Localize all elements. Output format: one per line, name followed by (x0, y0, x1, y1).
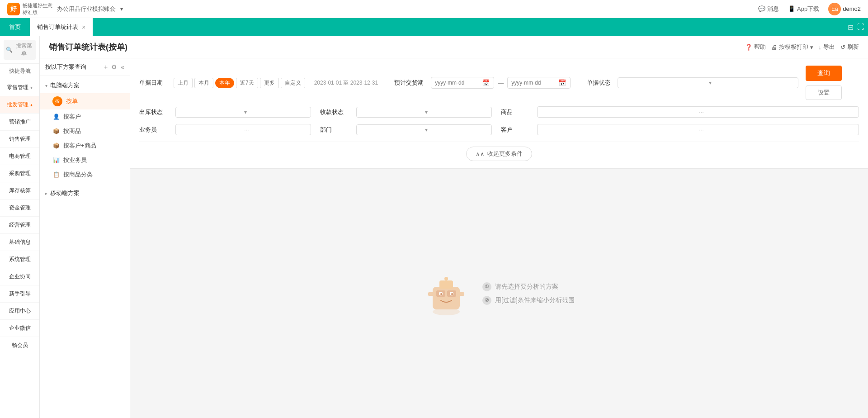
product-label: 商品 (501, 108, 528, 116)
sidebar-item-wechat[interactable]: 企业微信 (0, 320, 39, 337)
tab-minimize-btn[interactable]: ⊟ (848, 23, 854, 32)
app-download-btn[interactable]: 📱 App下载 (788, 5, 819, 13)
left-panel: 按以下方案查询 + ⚙ « ▾ 电脑端方案 按 按单 (40, 58, 130, 418)
svg-point-6 (440, 293, 442, 295)
add-scheme-btn[interactable]: + (104, 63, 108, 71)
date-btn-this-year[interactable]: 本年 (215, 78, 234, 88)
nav-item-by-product[interactable]: 📦 按商品 (40, 124, 130, 138)
status-select[interactable]: ▾ (618, 77, 798, 88)
sidebar-item-basic-info[interactable]: 基础信息 (0, 234, 39, 251)
settings-scheme-btn[interactable]: ⚙ (111, 63, 117, 71)
collapse-panel-btn[interactable]: « (121, 63, 124, 71)
filter-panel: 单据日期 上月 本月 本年 近7天 更多 自定义 2023-01-01 至 20… (130, 58, 868, 169)
main-layout: 🔍 搜索菜单 快捷导航 零售管理 ▾ 批发管理 ▴ 营销推广 销售管理 电商管理… (0, 36, 868, 418)
calendar-end-icon[interactable]: 📅 (558, 79, 566, 86)
sidebar-item-member[interactable]: 畅会员 (0, 337, 39, 354)
nav-group-desktop-header[interactable]: ▾ 电脑端方案 (40, 78, 130, 93)
nav-item-by-customer[interactable]: 👤 按客户 (40, 109, 130, 124)
date-btn-this-month[interactable]: 本月 (194, 78, 213, 88)
empty-hint-2: ② 用[过滤]条件来缩小分析范围 (482, 296, 575, 305)
chevron-up-icon: ▴ (30, 102, 33, 107)
tab-close-btn[interactable]: × (82, 24, 85, 31)
tab-active[interactable]: 销售订单统计表 × (30, 18, 93, 36)
salesperson-select[interactable]: ··· (175, 124, 311, 135)
sidebar-item-sales[interactable]: 销售管理 (0, 131, 39, 148)
export-btn[interactable]: ↓ 导出 (819, 43, 835, 51)
refresh-btn[interactable]: ↺ 刷新 (840, 43, 859, 51)
delivery-date-label: 预计交货期 (394, 79, 424, 87)
sidebar-item-guide[interactable]: 新手引导 (0, 285, 39, 303)
top-bar-title: 办公用品行业模拟账套 (57, 5, 116, 13)
sidebar-item-wholesale[interactable]: 批发管理 ▴ (0, 96, 39, 114)
calendar-start-icon[interactable]: 📅 (482, 79, 490, 86)
tab-bar-actions: ⊟ ⛶ (848, 18, 868, 36)
messages-btn[interactable]: 💬 消息 (758, 5, 779, 13)
date-btn-last-7-days[interactable]: 近7天 (236, 78, 258, 88)
by-customer-product-icon: 📦 (52, 142, 60, 149)
right-main: 销售订单统计表(按单) ❓ 帮助 🖨 按模板打印 ▾ ↓ 导出 ↺ 刷新 (40, 36, 868, 418)
sidebar-quick-nav[interactable]: 快捷导航 (0, 64, 39, 79)
filter-results-area: 单据日期 上月 本月 本年 近7天 更多 自定义 2023-01-01 至 20… (130, 58, 868, 418)
sidebar-item-system[interactable]: 系统管理 (0, 251, 39, 268)
nav-item-by-category[interactable]: 📋 按商品分类 (40, 167, 130, 182)
sidebar-item-inventory[interactable]: 库存核算 (0, 182, 39, 200)
department-select[interactable]: ▾ (356, 124, 492, 135)
nav-item-by-salesperson[interactable]: 📊 按业务员 (40, 153, 130, 167)
content-wrapper: 按以下方案查询 + ⚙ « ▾ 电脑端方案 按 按单 (40, 58, 868, 418)
search-menu-btn[interactable]: 🔍 搜索菜单 (4, 40, 36, 60)
sidebar-item-purchase[interactable]: 采购管理 (0, 165, 39, 182)
date-btn-last-month[interactable]: 上月 (174, 78, 193, 88)
delivery-date-start-input[interactable] (435, 80, 480, 86)
payment-chevron-icon: ▾ (425, 109, 487, 115)
collapse-conditions-btn[interactable]: ∧∧ 收起更多条件 (466, 147, 532, 161)
product-select[interactable]: ··· (537, 106, 859, 118)
date-range-display: 2023-01-01 至 2023-12-31 (314, 79, 378, 87)
empty-state: ① 请先选择要分析的方案 ② 用[过滤]条件来缩小分析范围 (424, 269, 575, 318)
customer-ellipsis: ··· (699, 126, 854, 133)
tab-expand-btn[interactable]: ⛶ (857, 23, 864, 31)
department-chevron-icon: ▾ (425, 127, 487, 133)
sidebar-item-app-center[interactable]: 应用中心 (0, 303, 39, 320)
sidebar-item-ecommerce[interactable]: 电商管理 (0, 148, 39, 165)
print-chevron-icon: ▾ (810, 44, 813, 51)
sidebar-item-retail[interactable]: 零售管理 ▾ (0, 79, 39, 96)
status-chevron-icon: ▾ (709, 80, 793, 86)
svg-rect-10 (428, 292, 434, 296)
sidebar-search: 🔍 搜索菜单 (0, 36, 39, 64)
dropdown-icon[interactable]: ▾ (120, 6, 123, 12)
left-panel-header: 按以下方案查询 + ⚙ « (40, 58, 130, 76)
sidebar-item-collab[interactable]: 企业协同 (0, 268, 39, 285)
page-title: 销售订单统计表(按单) (49, 42, 127, 52)
empty-illustration (424, 269, 469, 318)
user-name: demo2 (843, 5, 861, 12)
nav-item-by-order[interactable]: 按 按单 (40, 93, 130, 109)
by-salesperson-icon: 📊 (52, 157, 60, 164)
shipment-select[interactable]: ▾ (175, 107, 311, 118)
chevron-down-icon: ▾ (30, 85, 33, 90)
tab-bar: 首页 销售订单统计表 × ⊟ ⛶ (0, 18, 868, 36)
date-btn-custom[interactable]: 自定义 (281, 78, 305, 88)
delivery-date-inputs: 📅 — 📅 (431, 77, 571, 89)
sidebar-item-finance[interactable]: 资金管理 (0, 200, 39, 217)
settings-btn[interactable]: 设置 (806, 86, 842, 100)
payment-label: 收款状态 (320, 108, 347, 116)
payment-select[interactable]: ▾ (356, 107, 492, 118)
nav-group-arrow-down: ▾ (45, 83, 47, 88)
query-btn[interactable]: 查询 (806, 66, 842, 81)
nav-group-mobile-header[interactable]: ▸ 移动端方案 (40, 185, 130, 201)
nav-item-by-customer-product[interactable]: 📦 按客户+商品 (40, 138, 130, 153)
delivery-date-end-input[interactable] (511, 80, 557, 86)
svg-rect-1 (433, 287, 460, 309)
date-btn-more[interactable]: 更多 (260, 78, 279, 88)
empty-state-area: ① 请先选择要分析的方案 ② 用[过滤]条件来缩小分析范围 (130, 169, 868, 418)
user-area[interactable]: Ea demo2 (828, 3, 861, 15)
template-print-btn[interactable]: 🖨 按模板打印 ▾ (771, 43, 813, 51)
hint-num-2: ② (482, 296, 491, 305)
customer-select[interactable]: ··· (537, 124, 859, 135)
sidebar-item-operations[interactable]: 经营管理 (0, 217, 39, 234)
print-icon: 🖨 (771, 44, 777, 51)
by-order-icon: 按 (52, 96, 62, 106)
tab-home[interactable]: 首页 (0, 18, 30, 36)
help-btn[interactable]: ❓ 帮助 (745, 43, 766, 51)
sidebar-item-marketing[interactable]: 营销推广 (0, 114, 39, 131)
